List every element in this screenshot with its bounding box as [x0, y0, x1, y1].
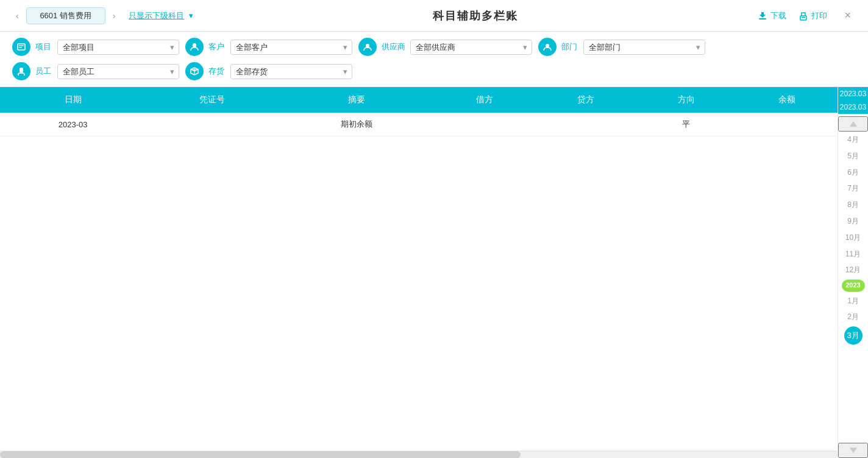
- employee-filter-group: 员工 全部员工: [12, 62, 179, 80]
- right-sidebar: 2023.03 2023.03 4月5月6月7月8月9月10月11月12月202…: [838, 87, 868, 451]
- col-debit: 借方: [435, 87, 535, 113]
- close-button[interactable]: ×: [839, 9, 856, 22]
- col-summary: 摘要: [279, 87, 434, 113]
- page-title: 科目辅助多栏账: [193, 9, 758, 23]
- timeline-item[interactable]: 9月: [838, 213, 868, 230]
- inventory-filter-group: 存货 全部存货: [185, 62, 352, 80]
- top-bar: ‹ 6601 销售费用 › 只显示下级科目 ▾ 科目辅助多栏账 下载: [0, 0, 868, 32]
- timeline-item[interactable]: 6月: [838, 164, 868, 181]
- inventory-select[interactable]: 全部存货: [230, 64, 352, 79]
- employee-select[interactable]: 全部员工: [57, 64, 179, 79]
- employee-select-wrapper: 全部员工: [57, 64, 179, 79]
- svg-rect-0: [759, 18, 766, 19]
- department-select-wrapper: 全部部门: [583, 40, 705, 55]
- timeline-item[interactable]: 12月: [838, 262, 868, 278]
- scrollbar-thumb[interactable]: [0, 451, 521, 458]
- project-icon: [12, 38, 30, 56]
- cell-direction: 平: [636, 113, 736, 136]
- cell-debit: [435, 113, 535, 136]
- table-body: 2023-03期初余额平: [0, 113, 838, 136]
- customer-filter-group: 客户 全部客户: [185, 38, 352, 56]
- show-sub-dropdown-icon[interactable]: ▾: [189, 11, 193, 20]
- sidebar-scroll-down-button[interactable]: [838, 443, 868, 451]
- department-filter-group: 部门 全部部门: [538, 38, 705, 56]
- supplier-select-wrapper: 全部供应商: [410, 40, 532, 55]
- col-balance: 余额: [737, 87, 838, 113]
- action-buttons: 下载 打印 ×: [758, 9, 856, 22]
- cell-date: 2023-03: [0, 113, 146, 136]
- timeline-item[interactable]: 5月: [838, 148, 868, 164]
- supplier-icon: [358, 38, 377, 56]
- project-select-wrapper: 全部项目: [57, 40, 179, 55]
- svg-point-6: [366, 44, 369, 48]
- timeline-item[interactable]: 1月: [838, 293, 868, 309]
- timeline-item[interactable]: 11月: [838, 246, 868, 262]
- supplier-label: 供应商: [382, 41, 405, 52]
- download-icon: [758, 11, 767, 21]
- cell-summary: 期初余额: [279, 113, 434, 136]
- col-voucher: 凭证号: [146, 87, 279, 113]
- customer-icon: [185, 38, 204, 56]
- department-icon: [538, 38, 557, 56]
- nav-area: ‹ 6601 销售费用 › 只显示下级科目 ▾: [12, 7, 193, 24]
- svg-point-7: [546, 44, 549, 48]
- show-sub-level-link[interactable]: 只显示下级科目: [129, 10, 184, 21]
- ledger-table: 日期 凭证号 摘要 借方 贷方 方向 余额 2023-03期初余额平: [0, 87, 838, 136]
- inventory-icon: [185, 62, 204, 80]
- prev-account-button[interactable]: ‹: [12, 10, 23, 22]
- timeline-item[interactable]: 4月: [838, 132, 868, 148]
- print-button[interactable]: 打印: [799, 10, 827, 21]
- download-button[interactable]: 下载: [758, 10, 786, 21]
- col-direction: 方向: [636, 87, 736, 113]
- filter-area: 项目 全部项目 客户 全部客户 供应商: [0, 32, 868, 87]
- account-code-display: 6601 销售费用: [26, 7, 105, 24]
- cell-voucher: [146, 113, 279, 136]
- supplier-filter-group: 供应商 全部供应商: [358, 38, 532, 56]
- timeline-item[interactable]: 10月: [838, 230, 868, 246]
- svg-rect-3: [18, 44, 25, 50]
- svg-rect-2: [802, 17, 805, 18]
- period-header-sub: 2023.03: [838, 100, 868, 114]
- customer-select-wrapper: 全部客户: [230, 40, 352, 55]
- inventory-select-wrapper: 全部存货: [230, 64, 352, 79]
- sidebar-scroll-up-button[interactable]: [838, 116, 868, 132]
- project-filter-group: 项目 全部项目: [12, 38, 179, 56]
- main-window: ‹ 6601 销售费用 › 只显示下级科目 ▾ 科目辅助多栏账 下载: [0, 0, 868, 458]
- project-select[interactable]: 全部项目: [57, 40, 179, 55]
- department-select[interactable]: 全部部门: [583, 40, 705, 55]
- timeline-item[interactable]: 2月: [838, 309, 868, 325]
- customer-label: 客户: [208, 41, 226, 52]
- timeline-item[interactable]: 2023: [842, 280, 865, 291]
- employee-label: 员工: [35, 66, 52, 77]
- employee-icon: [12, 62, 30, 80]
- department-label: 部门: [561, 41, 578, 52]
- print-label: 打印: [811, 10, 827, 21]
- table-row[interactable]: 2023-03期初余额平: [0, 113, 838, 136]
- table-sidebar-wrapper: 日期 凭证号 摘要 借方 贷方 方向 余额 2023-03期初余额平: [0, 87, 868, 451]
- chevron-down-icon: [850, 448, 857, 451]
- col-date: 日期: [0, 87, 146, 113]
- timeline-item[interactable]: 3月: [844, 326, 863, 345]
- chevron-up-icon: [850, 121, 857, 127]
- download-label: 下载: [770, 10, 786, 21]
- period-header-top: 2023.03: [838, 87, 868, 100]
- table-area: 日期 凭证号 摘要 借方 贷方 方向 余额 2023-03期初余额平: [0, 87, 838, 451]
- timeline-list: 4月5月6月7月8月9月10月11月12月20231月2月3月: [838, 132, 868, 443]
- svg-rect-8: [20, 68, 23, 72]
- cell-credit: [535, 113, 636, 136]
- next-account-button[interactable]: ›: [109, 10, 119, 22]
- timeline-item[interactable]: 8月: [838, 197, 868, 213]
- customer-select[interactable]: 全部客户: [230, 40, 352, 55]
- inventory-label: 存货: [208, 66, 226, 77]
- content-area: 日期 凭证号 摘要 借方 贷方 方向 余额 2023-03期初余额平: [0, 87, 868, 458]
- timeline-item[interactable]: 7月: [838, 180, 868, 197]
- table-header-row: 日期 凭证号 摘要 借方 贷方 方向 余额: [0, 87, 838, 113]
- col-credit: 贷方: [535, 87, 636, 113]
- supplier-select[interactable]: 全部供应商: [410, 40, 532, 55]
- project-label: 项目: [35, 41, 52, 52]
- horizontal-scrollbar[interactable]: [0, 451, 868, 458]
- print-icon: [799, 11, 808, 21]
- cell-balance: [737, 113, 838, 136]
